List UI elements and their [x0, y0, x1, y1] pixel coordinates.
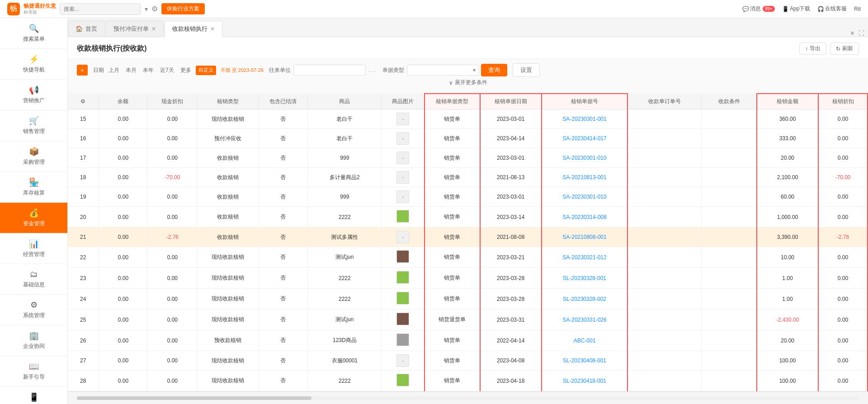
cell-report-no[interactable]: SA-20230301-010 — [542, 187, 628, 207]
report-no-link[interactable]: SA-20230414-017 — [562, 135, 606, 142]
sidebar-item-finance[interactable]: 💰 资金管理 — [0, 203, 67, 233]
cell-report-no[interactable]: SL-20230328-002 — [542, 289, 628, 309]
doctype-select[interactable] — [407, 65, 479, 76]
user-info[interactable]: Rit — [854, 6, 861, 12]
cell-report-no[interactable]: ABC-001 — [542, 330, 628, 351]
scrollbar-area[interactable] — [77, 396, 859, 400]
sidebar-item-inventory[interactable]: 🏪 库存核算 — [0, 172, 67, 203]
cell-receipt-cond — [702, 247, 757, 268]
cell-amount: 100.00 — [757, 371, 818, 391]
settings-gear-icon[interactable]: ⚙ — [151, 5, 158, 13]
online-service[interactable]: 🎧 在线客服 — [817, 5, 847, 13]
cell-amount: 100.00 — [757, 351, 818, 371]
cell-balance: 0.00 — [99, 247, 148, 268]
partner-input[interactable] — [293, 65, 366, 76]
sidebar-item-purchase[interactable]: 📦 采购管理 — [0, 141, 67, 172]
toggle-filter-btn[interactable]: » — [77, 65, 88, 76]
sidebar: 🔍 搜索菜单 ⚡ 快捷导航 📢 营销推广 🛒 销售管理 📦 采购管理 🏪 库存核… — [0, 18, 68, 404]
sidebar-item-quicknav[interactable]: ⚡ 快捷导航 — [0, 49, 67, 80]
cell-report-type: 销货单 — [425, 330, 480, 351]
search-menu-icon: 🔍 — [29, 24, 39, 33]
cell-report-date: 2023-03-01 — [480, 109, 542, 129]
report-no-link[interactable]: SA-20230314-008 — [562, 214, 606, 220]
col-header-report-date: 核销单据日期 — [480, 94, 542, 109]
cell-report-no[interactable]: SA-20210808-001 — [542, 228, 628, 247]
cell-report-no[interactable]: SL-20230408-001 — [542, 351, 628, 371]
notification-area[interactable]: 💬 消息 99+ — [742, 5, 775, 13]
cell-receipt-cond — [702, 207, 757, 228]
purchase-icon: 📦 — [29, 147, 39, 157]
sidebar-item-sales[interactable]: 🛒 销售管理 — [0, 110, 67, 141]
report-no-link[interactable]: SA-20230301-001 — [562, 116, 606, 122]
report-no-link[interactable]: SL-20230418-001 — [563, 378, 606, 384]
sidebar-item-marketing[interactable]: 📢 营销推广 — [0, 80, 67, 110]
export-btn[interactable]: ↑ 导出 — [799, 43, 826, 55]
table-settings-icon[interactable]: ⚙ — [80, 98, 85, 105]
fullscreen-icon[interactable]: ⛶ — [859, 30, 864, 37]
cell-report-no[interactable]: SA-20230321-012 — [542, 247, 628, 268]
cell-balance: 0.00 — [99, 309, 148, 330]
cell-settled: 否 — [259, 309, 308, 330]
cell-report-no[interactable]: SA-20210813-001 — [542, 168, 628, 187]
date-this-year[interactable]: 本年 — [141, 66, 156, 75]
cell-balance: 0.00 — [99, 351, 148, 371]
report-no-link[interactable]: SA-20210813-001 — [562, 174, 606, 181]
report-no-link[interactable]: SA-20230321-012 — [562, 254, 606, 261]
cell-report-no[interactable]: SA-20230331-026 — [542, 309, 628, 330]
cell-report-no[interactable]: SL-20230418-001 — [542, 371, 628, 391]
report-no-link[interactable]: SA-20210808-001 — [562, 234, 606, 240]
col-header-settings[interactable]: ⚙ — [68, 94, 99, 109]
query-btn[interactable]: 查询 — [481, 64, 507, 76]
date-this-month[interactable]: 本月 — [124, 66, 138, 75]
report-no-link[interactable]: SA-20230331-026 — [562, 317, 606, 323]
cell-report-no[interactable]: SA-20230301-010 — [542, 148, 628, 168]
sales-icon: 🛒 — [29, 116, 39, 126]
report-no-link[interactable]: SA-20230301-010 — [562, 194, 606, 200]
cell-report-no[interactable]: SA-20230314-008 — [542, 207, 628, 228]
tab-receipt-writeoff-close[interactable]: ✕ — [210, 26, 215, 32]
sidebar-item-smarthw[interactable]: 📱 智能硬件 — [0, 387, 67, 404]
report-no-link[interactable]: SL-20230408-001 — [563, 357, 606, 364]
date-last-month[interactable]: 上月 — [107, 66, 121, 75]
app-download[interactable]: 📱 App下载 — [782, 5, 810, 13]
table-row: 26 0.00 0.00 预收款核销 否 123D商品 销货单 2022-04-… — [68, 330, 868, 351]
date-7days[interactable]: 近7天 — [158, 66, 176, 75]
cell-writeoff-discount: 0.00 — [818, 268, 868, 289]
sidebar-item-search[interactable]: 🔍 搜索菜单 — [0, 18, 67, 49]
date-more[interactable]: 更多 — [179, 66, 193, 75]
tab-home[interactable]: 🏠 首页 — [68, 20, 105, 37]
industry-btn[interactable]: 休验行业方案 — [161, 3, 205, 14]
cell-report-no[interactable]: SL-20230328-001 — [542, 268, 628, 289]
tab-prepay-close[interactable]: ✕ — [151, 26, 156, 32]
page-title: 收款核销执行(按收款) — [77, 44, 147, 53]
sidebar-item-baseinfo[interactable]: 🗂 基础信息 — [0, 264, 67, 295]
close-tab-icon[interactable]: ✕ — [850, 30, 855, 37]
cell-seq: 15 — [68, 109, 99, 129]
setting-btn[interactable]: 设置 — [513, 63, 540, 77]
cell-report-no[interactable]: SA-20230414-017 — [542, 129, 628, 148]
export-icon: ↑ — [805, 46, 808, 52]
dropdown-icon[interactable]: ▾ — [145, 5, 148, 13]
tab-prepay[interactable]: 预付冲应付单 ✕ — [106, 20, 164, 37]
tab-bar: 🏠 首页 预付冲应付单 ✕ 收款核销执行 ✕ ✕ ⛶ — [68, 18, 868, 37]
tab-receipt-writeoff[interactable]: 收款核销执行 ✕ — [165, 21, 222, 37]
refresh-btn[interactable]: ↻ 刷新 — [830, 43, 859, 55]
sidebar-item-business[interactable]: 📊 经营管理 — [0, 233, 67, 264]
report-no-link[interactable]: ABC-001 — [574, 337, 596, 344]
cell-writeoff-type: 收款核销 — [197, 168, 259, 187]
sidebar-item-corp[interactable]: 🏢 企业协同 — [0, 325, 67, 356]
sidebar-item-guide[interactable]: 📖 新手引导 — [0, 356, 67, 387]
goods-img — [396, 313, 409, 325]
report-no-link[interactable]: SL-20230328-001 — [563, 275, 606, 281]
top-search-input[interactable] — [60, 3, 141, 15]
report-no-link[interactable]: SL-20230328-002 — [563, 296, 606, 302]
report-no-link[interactable]: SA-20230301-010 — [562, 155, 606, 161]
cell-seq: 20 — [68, 207, 99, 228]
cell-writeoff-type: 收款核销 — [197, 207, 259, 228]
cell-report-no[interactable]: SA-20230301-001 — [542, 109, 628, 129]
top-bar-left: 畅 畅捷通好生意 标准版 ▾ ⚙ 休验行业方案 — [7, 3, 738, 15]
sidebar-item-system[interactable]: ⚙ 系统管理 — [0, 295, 67, 325]
date-custom-btn[interactable]: 自定义 — [196, 66, 216, 75]
expand-more-btn[interactable]: ∨ 展开更多条件 — [77, 77, 859, 88]
partner-filter: 往来单位 ... — [269, 65, 377, 76]
